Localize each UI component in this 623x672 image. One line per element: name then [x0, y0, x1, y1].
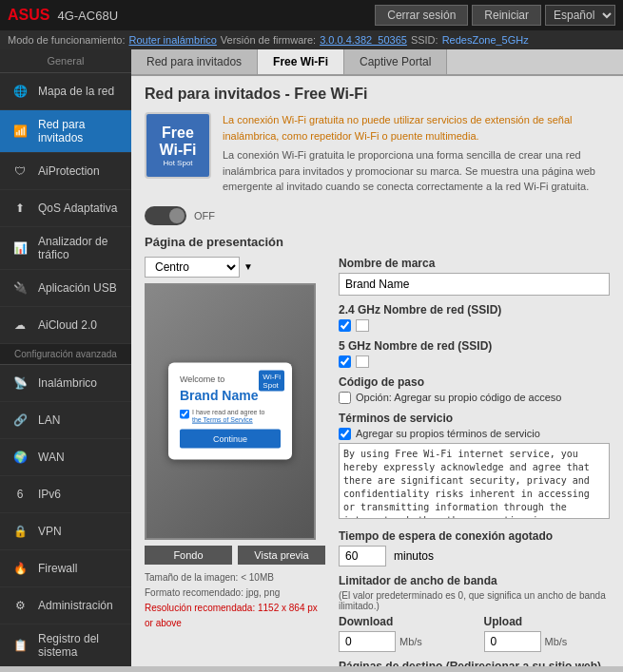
usb-icon: 🔌	[10, 278, 30, 298]
firewall-icon: 🔥	[10, 558, 30, 579]
sidebar-item-vpn[interactable]: 🔒 VPN	[0, 513, 131, 550]
sidebar-label-administracion: Administración	[38, 599, 113, 612]
ssid24-checkbox-row	[339, 319, 610, 332]
passcode-option-label: Opción: Agregar su propio código de acce…	[356, 392, 561, 403]
upload-row: Mb/s	[484, 631, 611, 652]
sidebar-item-ipv6[interactable]: 6 IPv6	[0, 476, 131, 513]
main-layout: General 🌐 Mapa de la red 📶 Red para invi…	[0, 49, 623, 666]
chevron-down-icon: ▼	[243, 261, 253, 272]
tab-captiveportal[interactable]: Captive Portal	[344, 49, 447, 74]
terms-checkbox-row: Agregar su propios términos de servicio	[339, 428, 610, 440]
sidebar-label-inalambrico: Inalámbrico	[38, 376, 97, 390]
passcode-checkbox[interactable]	[339, 392, 351, 404]
restart-button[interactable]: Reiniciar	[472, 5, 541, 26]
version-label: Versión de firmware:	[221, 34, 316, 46]
tab-bar: Red para invitados Free Wi-Fi Captive Po…	[131, 49, 623, 76]
redirect-group: Páginas de destino (Redirecionar a su si…	[339, 660, 610, 667]
mode-label: Modo de funcionamiento:	[8, 34, 126, 46]
sidebar-label-vpn: VPN	[38, 525, 62, 538]
terms-checkbox[interactable]	[339, 428, 351, 440]
sidebar-item-inalambrico[interactable]: 📡 Inalámbrico	[0, 365, 131, 402]
sidebar-item-lan[interactable]: 🔗 LAN	[0, 402, 131, 439]
bandwidth-label: Limitador de ancho de banda	[339, 574, 610, 587]
log-icon: 📋	[10, 635, 30, 656]
passcode-label: Código de paso	[339, 375, 610, 389]
brand-name-input[interactable]	[339, 273, 610, 296]
dl-ul-section: Download Mb/s Upload Mb/s	[339, 615, 610, 652]
brand-name-group: Nombre de marca	[339, 257, 610, 296]
preview-continue-button[interactable]: Continue	[180, 430, 281, 449]
ssid5-input[interactable]	[356, 355, 369, 368]
left-panel: Centro ▼ Wi-Fi Spot Welcome to	[145, 257, 325, 667]
image-format: Formato recomendado: jpg, png	[145, 586, 325, 601]
ssid24-group: 2.4 GHz Nombre de red (SSID)	[339, 303, 610, 332]
page-content: Red para invitados - Free Wi-Fi FreeWi-F…	[131, 76, 623, 666]
sidebar-item-usb[interactable]: 🔌 Aplicación USB	[0, 270, 131, 307]
preview-agree-checkbox[interactable]	[180, 409, 189, 418]
page-title: Red para invitados - Free Wi-Fi	[145, 86, 610, 103]
terms-link[interactable]: the Terms of Service	[192, 416, 253, 423]
tab-red-invitados[interactable]: Red para invitados	[131, 49, 258, 74]
sidebar-item-administracion[interactable]: ⚙ Administración	[0, 587, 131, 624]
sidebar-item-mapa[interactable]: 🌐 Mapa de la red	[0, 73, 131, 110]
bandwidth-group: Limitador de ancho de banda (El valor pr…	[339, 574, 610, 652]
language-select[interactable]: Español	[545, 5, 615, 26]
qos-icon: ⬆	[10, 198, 30, 219]
background-button[interactable]: Fondo	[145, 546, 232, 565]
sidebar-item-trafico[interactable]: 📊 Analizador de tráfico	[0, 227, 131, 270]
info-section: FreeWi-Fi Hot Spot La conexión Wi-Fi gra…	[145, 112, 610, 195]
sidebar-item-wan[interactable]: 🌍 WAN	[0, 439, 131, 476]
version-link[interactable]: 3.0.0.4.382_50365	[320, 34, 407, 46]
ssid5-checkbox[interactable]	[339, 355, 351, 368]
timeout-input[interactable]	[339, 546, 386, 566]
sidebar-item-registro[interactable]: 📋 Registro del sistema	[0, 624, 131, 666]
download-input[interactable]	[339, 631, 396, 652]
vpn-icon: 🔒	[10, 521, 30, 542]
ssid5-group: 5 GHz Nombre de red (SSID)	[339, 339, 610, 368]
position-select[interactable]: Centro	[145, 257, 240, 278]
traffic-icon: 📊	[10, 238, 30, 259]
lan-icon: 🔗	[10, 410, 30, 431]
image-size: Tamaño de la imagen: < 10MB	[145, 570, 325, 586]
sidebar-item-aicloud[interactable]: ☁ AiCloud 2.0	[0, 307, 131, 344]
wifi-logo-text: FreeWi-Fi	[160, 125, 197, 159]
preview-box: Wi-Fi Spot Welcome to Brand Name I have …	[145, 283, 316, 540]
preview-button[interactable]: Vista previa	[238, 546, 325, 565]
redirect-label: Páginas de destino (Redirecionar a su si…	[339, 660, 610, 667]
shield-icon: 🛡	[10, 161, 30, 182]
presentation-section-label: Página de presentación	[145, 235, 610, 249]
wifi-icon: 📶	[10, 121, 30, 142]
preview-card: Wi-Fi Spot Welcome to Brand Name I have …	[168, 362, 292, 460]
terms-checkbox-label: Agregar su propios términos de servicio	[356, 428, 540, 439]
logout-button[interactable]: Cerrar sesión	[375, 5, 468, 26]
ssid24-input[interactable]	[356, 319, 369, 332]
passcode-checkbox-row: Opción: Agregar su propio código de acce…	[339, 392, 610, 404]
passcode-group: Código de paso Opción: Agregar su propio…	[339, 375, 610, 404]
enable-toggle[interactable]	[145, 206, 186, 225]
sidebar-label-trafico: Analizador de tráfico	[38, 235, 122, 261]
sidebar-label-registro: Registro del sistema	[38, 632, 122, 659]
sidebar-item-red-invitados[interactable]: 📶 Red para invitados	[0, 110, 131, 153]
download-unit: Mb/s	[399, 636, 422, 647]
mode-link[interactable]: Router inalámbrico	[129, 34, 217, 46]
ssid24-label: 2.4 GHz Nombre de red (SSID)	[339, 303, 610, 317]
info-text-1: La conexión Wi-Fi gratuita no puede util…	[223, 112, 610, 144]
sidebar-label-aicloud: AiCloud 2.0	[38, 318, 97, 332]
sidebar-label-red-invitados: Red para invitados	[38, 118, 122, 144]
sidebar-label-ipv6: IPv6	[38, 488, 61, 501]
cloud-icon: ☁	[10, 315, 30, 336]
terms-label: Términos de servicio	[339, 412, 610, 425]
content-area: Red para invitados Free Wi-Fi Captive Po…	[131, 49, 623, 666]
sidebar-label-usb: Aplicación USB	[38, 281, 117, 295]
ssid24-checkbox[interactable]	[339, 319, 351, 332]
upload-input[interactable]	[484, 631, 541, 652]
sidebar-item-qos[interactable]: ⬆ QoS Adaptativa	[0, 190, 131, 227]
center-select-row: Centro ▼	[145, 257, 325, 278]
tab-freewifi[interactable]: Free Wi-Fi	[258, 49, 344, 74]
wifi-logo-inner: FreeWi-Fi Hot Spot	[160, 125, 197, 167]
terms-textarea[interactable]: By using Free Wi-Fi internet service, yo…	[339, 443, 610, 519]
upload-unit: Mb/s	[545, 636, 568, 647]
sidebar-item-aiprotection[interactable]: 🛡 AiProtection	[0, 153, 131, 190]
sidebar-item-firewall[interactable]: 🔥 Firewall	[0, 550, 131, 587]
right-panel: Nombre de marca 2.4 GHz Nombre de red (S…	[339, 257, 610, 667]
